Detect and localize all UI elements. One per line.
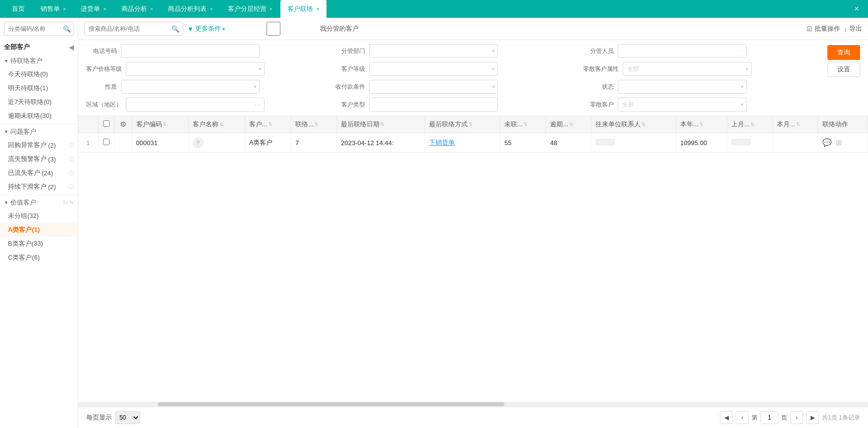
- page-number-input[interactable]: [760, 411, 778, 424]
- batch-operation-button[interactable]: ☑ 批量操作: [807, 24, 840, 33]
- pending-group-title[interactable]: ▼ 待联络客户: [0, 54, 78, 67]
- nav-tab-purchase[interactable]: 进货单 ×: [74, 0, 113, 18]
- type-sort-icon[interactable]: ⇅: [269, 122, 272, 127]
- dept-label: 分管部门: [334, 47, 369, 55]
- per-page-select[interactable]: 50 100 200: [115, 411, 140, 424]
- query-button[interactable]: 查询: [827, 45, 860, 60]
- manager-input[interactable]: [618, 44, 747, 58]
- main-search-input[interactable]: [84, 22, 183, 36]
- close-sales-tab[interactable]: ×: [63, 6, 66, 12]
- manager-field: 分管人员 ···: [583, 44, 819, 58]
- sidebar-item-churn-warning[interactable]: 流失预警客户 (3) ⓘ: [0, 152, 78, 166]
- dept-select[interactable]: [369, 44, 498, 58]
- all-customers-header[interactable]: 全部客户 ◀: [0, 40, 78, 54]
- close-customer-segment-tab[interactable]: ×: [270, 6, 272, 12]
- collapse-sidebar-icon[interactable]: ◀: [69, 44, 74, 51]
- nav-tab-customer-segment[interactable]: 客户分层经营 ×: [221, 0, 279, 18]
- filter-row-4: 区域（地区） ··· 客户类型 零散客户: [86, 98, 819, 111]
- horizontal-scrollbar[interactable]: [78, 402, 868, 407]
- phone-input[interactable]: [121, 44, 260, 58]
- this-year-sort-icon[interactable]: ⇅: [700, 122, 704, 127]
- sidebar-search-icon[interactable]: 🔍: [63, 25, 71, 33]
- last-method-link[interactable]: 下销货单: [429, 139, 455, 146]
- price-tier-label: 客户价格等级: [86, 65, 126, 73]
- grid-action-icon[interactable]: ⊞: [836, 138, 842, 147]
- sidebar-item-declining[interactable]: 持续下滑客户 (2) ⓘ: [0, 180, 78, 194]
- nav-home[interactable]: 首页: [4, 0, 33, 18]
- my-customers-checkbox[interactable]: [229, 22, 318, 36]
- value-group-title[interactable]: ▼ 价值客户 ↻ ✎: [0, 196, 78, 209]
- scrollbar-thumb[interactable]: [158, 402, 504, 406]
- price-tier-select[interactable]: [126, 62, 265, 76]
- nature-field: 性质 ▾: [86, 80, 323, 94]
- this-month-sort-icon[interactable]: ⇅: [796, 122, 800, 127]
- unit-contact-sort-icon[interactable]: ⇅: [642, 122, 646, 127]
- col-checkbox: [98, 116, 114, 133]
- close-purchase-tab[interactable]: ×: [103, 6, 106, 12]
- table-settings-icon[interactable]: ⚙: [120, 120, 126, 128]
- close-product-list-tab[interactable]: ×: [210, 6, 213, 12]
- problem-group-title[interactable]: ▼ 问题客户: [0, 125, 78, 138]
- info-icon-churned: ⓘ: [68, 169, 74, 177]
- payment-select[interactable]: [369, 80, 498, 94]
- close-customer-contact-tab[interactable]: ×: [316, 6, 319, 12]
- my-customers-label: 我分管的客户: [320, 24, 359, 33]
- sidebar-item-repurchase-abnormal[interactable]: 回购异常客户 (2) ⓘ: [0, 138, 78, 152]
- sidebar: 🔍 全部客户 ◀ ▼ 待联络客户 今天待联络(0) 明天待联络(1) 近7天待联…: [0, 18, 78, 428]
- window-close-button[interactable]: ×: [849, 1, 864, 16]
- nav-tab-sales[interactable]: 销售单 ×: [34, 0, 73, 18]
- more-filter-button[interactable]: ▼ 更多条件 ▾: [187, 24, 225, 33]
- select-all-checkbox[interactable]: [103, 120, 109, 127]
- nature-label: 性质: [86, 83, 121, 91]
- col-action: 联络动作: [818, 116, 868, 133]
- export-button[interactable]: ↓ 导出: [844, 24, 863, 33]
- edit-icon[interactable]: ✎: [69, 200, 74, 206]
- nav-tab-customer-contact[interactable]: 客户联络 ×: [280, 0, 326, 18]
- nature-select[interactable]: [121, 80, 260, 94]
- last-month-sort-icon[interactable]: ⇅: [751, 122, 755, 127]
- customer-tier-select[interactable]: [369, 62, 498, 76]
- sidebar-item-class-b[interactable]: B类客户(33): [0, 237, 78, 251]
- row-checkbox[interactable]: [103, 139, 109, 145]
- sidebar-item-tomorrow-pending[interactable]: 明天待联络(1): [0, 81, 78, 95]
- sidebar-item-class-c[interactable]: C类客户(6): [0, 251, 78, 265]
- sidebar-item-overdue-pending[interactable]: 逾期未联络(30): [0, 109, 78, 123]
- settings-button[interactable]: 设置: [827, 62, 860, 77]
- col-last-date: 最后联络日期 ⇅: [337, 116, 425, 133]
- table-container: ⚙ 客户编码 ⇅ 客户名称 ⇅: [78, 116, 868, 402]
- prev-page-button[interactable]: ‹: [736, 411, 749, 424]
- not-contacted-sort-icon[interactable]: ⇅: [524, 122, 528, 127]
- close-product-analysis-tab[interactable]: ×: [150, 6, 153, 12]
- retail-customer-select[interactable]: 全部: [618, 98, 747, 111]
- my-customers-checkbox-container[interactable]: 我分管的客户: [229, 22, 359, 36]
- last-page-button[interactable]: ▶: [806, 411, 819, 424]
- retail-attr-select[interactable]: 全部: [623, 62, 752, 76]
- main-layout: 🔍 全部客户 ◀ ▼ 待联络客户 今天待联络(0) 明天待联络(1) 近7天待联…: [0, 18, 868, 428]
- unit-contact-placeholder: [596, 139, 615, 146]
- region-input[interactable]: [126, 98, 265, 111]
- nav-tab-product-list[interactable]: 商品分析列表 ×: [161, 0, 219, 18]
- sidebar-item-churned[interactable]: 已流失客户 (24) ⓘ: [0, 166, 78, 180]
- chat-action-icon[interactable]: 💬: [822, 138, 832, 147]
- problem-triangle-icon: ▼: [4, 129, 8, 134]
- main-search-icon[interactable]: 🔍: [171, 25, 179, 33]
- customer-tier-label: 客户等级: [334, 65, 369, 73]
- overdue-sort-icon[interactable]: ⇅: [569, 122, 573, 127]
- nav-tab-product-analysis[interactable]: 商品分析 ×: [114, 0, 160, 18]
- next-page-button[interactable]: ›: [790, 411, 803, 424]
- sidebar-item-today-pending[interactable]: 今天待联络(0): [0, 67, 78, 81]
- row-index: 1: [78, 133, 98, 153]
- last-method-sort-icon[interactable]: ⇅: [469, 122, 473, 127]
- sidebar-item-class-a[interactable]: A类客户(1): [0, 223, 78, 237]
- sidebar-item-unclassified[interactable]: 未分组(32): [0, 209, 78, 223]
- status-select[interactable]: [618, 80, 747, 94]
- name-sort-icon[interactable]: ⇅: [219, 122, 223, 127]
- code-sort-icon[interactable]: ⇅: [163, 122, 167, 127]
- phone-label: 电话号码: [86, 47, 121, 55]
- last-date-sort-icon[interactable]: ⇅: [380, 122, 384, 127]
- contact-sort-icon[interactable]: ⇅: [315, 122, 319, 127]
- customer-type-input[interactable]: [369, 98, 498, 111]
- sidebar-item-7days-pending[interactable]: 近7天待联络(0): [0, 95, 78, 109]
- first-page-button[interactable]: ◀: [720, 411, 733, 424]
- refresh-icon[interactable]: ↻: [63, 200, 67, 206]
